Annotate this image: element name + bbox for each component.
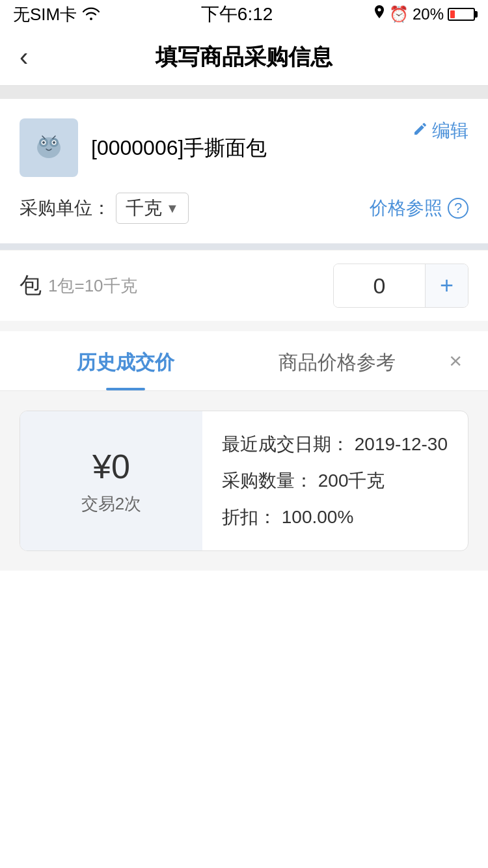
discount-label: 折扣： xyxy=(222,507,277,527)
edit-button[interactable]: 编辑 xyxy=(413,118,468,143)
qty-row: 采购数量： 200千克 xyxy=(222,467,448,495)
product-card: [0000006]手撕面包 编辑 采购单位： 千克 ▼ 价格参照 ? xyxy=(0,99,488,243)
qty-conversion: 1包=10千克 xyxy=(48,275,137,297)
back-button[interactable]: ‹ xyxy=(20,42,28,72)
edit-icon xyxy=(413,120,428,141)
discount-value: 100.00% xyxy=(282,507,354,527)
signal-text: 无SIM卡 xyxy=(13,3,77,26)
product-image xyxy=(20,118,78,177)
tab-history-price[interactable]: 历史成交价 xyxy=(20,331,231,390)
tab-history-label: 历史成交价 xyxy=(77,351,174,373)
product-left: [0000006]手撕面包 xyxy=(20,118,267,177)
qty-label: 采购数量： xyxy=(222,470,313,491)
recent-date-value: 2019-12-30 xyxy=(355,434,448,454)
section-divider xyxy=(0,243,488,250)
product-name: [0000006]手撕面包 xyxy=(91,133,267,163)
edit-label: 编辑 xyxy=(432,118,468,143)
status-time: 下午6:12 xyxy=(201,2,273,27)
svg-point-7 xyxy=(53,141,55,144)
tabs-bar: 历史成交价 商品价格参考 × xyxy=(0,331,488,391)
recent-date-row: 最近成交日期： 2019-12-30 xyxy=(222,431,448,458)
alarm-icon: ⏰ xyxy=(389,5,409,23)
battery-icon xyxy=(448,8,475,21)
unit-section: 采购单位： 千克 ▼ xyxy=(20,193,189,224)
product-thumbnail-icon xyxy=(29,126,68,170)
product-unit-row: 采购单位： 千克 ▼ 价格参照 ? xyxy=(20,193,468,224)
top-divider xyxy=(0,86,488,99)
status-left: 无SIM卡 xyxy=(13,3,100,26)
history-card: ¥0 交易2次 最近成交日期： 2019-12-30 采购数量： 200千克 折… xyxy=(20,411,468,551)
quantity-input[interactable] xyxy=(334,264,425,307)
product-header: [0000006]手撕面包 编辑 xyxy=(20,118,468,177)
unit-dropdown[interactable]: 千克 ▼ xyxy=(116,193,189,224)
svg-point-6 xyxy=(42,141,45,144)
history-txn-count: 交易2次 xyxy=(81,493,141,515)
tab-close-button[interactable]: × xyxy=(442,342,468,380)
location-icon xyxy=(373,5,385,23)
quantity-unit-info: 包 1包=10千克 xyxy=(20,271,333,301)
history-detail: 最近成交日期： 2019-12-30 采购数量： 200千克 折扣： 100.0… xyxy=(202,411,468,550)
nav-bar: ‹ 填写商品采购信息 xyxy=(0,29,488,86)
wifi-icon xyxy=(82,5,100,25)
recent-date-label: 最近成交日期： xyxy=(222,434,349,454)
battery-percent: 20% xyxy=(413,5,444,23)
quantity-control: + xyxy=(333,264,468,308)
history-section: ¥0 交易2次 最近成交日期： 2019-12-30 采购数量： 200千克 折… xyxy=(0,391,488,571)
history-price-summary: ¥0 交易2次 xyxy=(20,411,202,550)
svg-point-0 xyxy=(377,8,381,12)
status-right: ⏰ 20% xyxy=(373,5,475,23)
dropdown-arrow-icon: ▼ xyxy=(166,201,179,216)
unit-label: 采购单位： xyxy=(20,196,111,221)
qty-value: 200千克 xyxy=(318,470,385,491)
page-title: 填写商品采购信息 xyxy=(156,42,332,72)
tab-product-price[interactable]: 商品价格参考 xyxy=(231,331,442,390)
price-reference-button[interactable]: 价格参照 ? xyxy=(370,196,468,221)
status-bar: 无SIM卡 下午6:12 ⏰ 20% xyxy=(0,0,488,29)
unit-value: 千克 xyxy=(126,196,162,221)
price-ref-label: 价格参照 xyxy=(370,196,442,221)
help-icon: ? xyxy=(448,198,468,219)
tab-product-label: 商品价格参考 xyxy=(278,351,396,373)
discount-row: 折扣： 100.00% xyxy=(222,504,448,531)
quantity-row: 包 1包=10千克 + xyxy=(0,250,488,321)
qty-unit-tag: 包 xyxy=(20,271,42,301)
quantity-plus-button[interactable]: + xyxy=(425,264,468,307)
history-price-value: ¥0 xyxy=(92,447,130,486)
bottom-area xyxy=(0,571,488,868)
